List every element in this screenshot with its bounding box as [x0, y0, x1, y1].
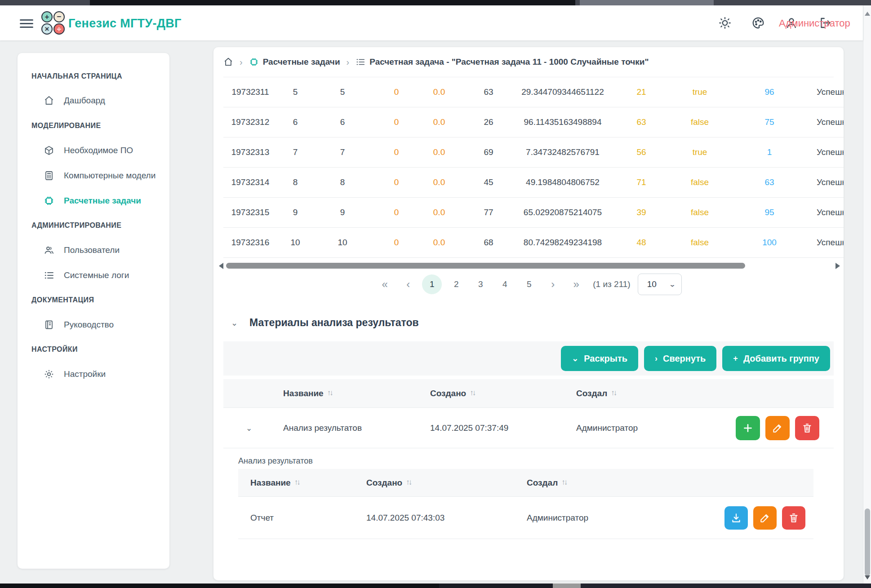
sidebar-item-logs[interactable]: Системные логи	[44, 270, 129, 281]
app-logo: + − × ÷	[41, 11, 65, 35]
sidebar-item-software[interactable]: Необходимое ПО	[44, 145, 133, 156]
table-cell: Успешно	[817, 238, 844, 248]
sidebar-item-models[interactable]: Компьютерные модели	[44, 170, 156, 181]
breadcrumb-tasks[interactable]: Расчетные задачи	[249, 57, 340, 67]
table-cell: 100	[722, 238, 817, 248]
pagination-prev-button[interactable]: ‹	[399, 274, 418, 294]
table-row[interactable]: 197323159900.07765.0292087521407539false…	[223, 198, 844, 228]
table-cell: 1	[722, 147, 817, 157]
sidebar-item-manual[interactable]: Руководство	[44, 319, 114, 330]
chevron-right-icon: ›	[347, 57, 350, 67]
column-label: Название	[250, 478, 291, 488]
collapse-all-button[interactable]: › Свернуть	[644, 346, 716, 371]
add-group-button[interactable]: + Добавить группу	[722, 346, 830, 371]
pagination-page-3[interactable]: 3	[471, 274, 490, 294]
scroll-right-arrow-icon[interactable]	[835, 263, 840, 269]
table-cell: 0.0	[421, 147, 457, 157]
table-cell: 65.02920875214075	[520, 208, 605, 217]
pagination-page-4[interactable]: 4	[495, 274, 515, 294]
pagination-next-button[interactable]: ›	[543, 274, 562, 294]
scrollbar-up-arrow-icon[interactable]	[865, 12, 870, 16]
delete-material-button[interactable]	[782, 506, 805, 530]
logo-divide-icon: ÷	[53, 23, 65, 35]
nested-group-label: Анализ результатов	[238, 456, 313, 466]
taskbar	[0, 584, 871, 588]
table-cell: 26	[457, 117, 520, 127]
pagination-last-button[interactable]: »	[567, 274, 586, 294]
pagination-first-button[interactable]: «	[375, 274, 394, 294]
horizontal-scroll-thumb[interactable]	[226, 263, 745, 269]
edit-group-button[interactable]	[765, 416, 790, 440]
download-material-button[interactable]	[724, 506, 748, 530]
sidebar-item-label: Руководство	[64, 320, 114, 330]
table-cell: 10	[313, 238, 372, 248]
table-cell: 49.1984804806752	[520, 177, 605, 187]
expand-all-label: Раскрыть	[584, 354, 627, 364]
table-cell: 19732314	[223, 177, 277, 187]
table-row[interactable]: 19732316101000.06880.7429824923419848fal…	[223, 228, 844, 258]
group-name: Анализ результатов	[283, 423, 362, 433]
group-author: Администратор	[576, 423, 638, 433]
page-size-value: 10	[647, 279, 657, 289]
sidebar-item-label: Компьютерные модели	[64, 171, 156, 181]
table-cell: Успешно	[817, 87, 844, 97]
scrollbar-thumb[interactable]	[865, 508, 870, 576]
materials-section-title: Материалы анализа результатов	[249, 317, 419, 329]
table-cell: 19732315	[223, 208, 277, 217]
sidebar-item-dashboard[interactable]: Дашбоард	[44, 95, 105, 106]
browser-vertical-scrollbar[interactable]	[863, 5, 871, 584]
breadcrumb-task-label: Расчетная задача - "Расчетная задача 11 …	[369, 57, 649, 67]
breadcrumb-home[interactable]	[223, 57, 233, 67]
theme-sun-icon[interactable]	[718, 16, 732, 30]
scroll-left-arrow-icon[interactable]	[219, 263, 223, 269]
pagination-info: (1 из 211)	[593, 279, 630, 289]
row-expand-icon[interactable]: ⌄	[246, 423, 252, 433]
add-group-label: Добавить группу	[743, 354, 819, 364]
current-user-label[interactable]: Администратор	[779, 18, 850, 29]
table-row[interactable]: 197323137700.0697.3473248257679156true1У…	[223, 137, 844, 168]
column-header-author[interactable]: Создал	[576, 389, 616, 398]
gear-icon	[44, 369, 54, 380]
menu-toggle-button[interactable]	[20, 17, 33, 29]
table-cell: 0	[372, 147, 421, 157]
breadcrumb-tasks-label: Расчетные задачи	[263, 57, 340, 67]
delete-group-button[interactable]	[795, 416, 819, 440]
table-cell: 8	[313, 177, 372, 187]
group-created: 14.07.2025 07:37:49	[430, 423, 508, 433]
table-cell: 0.0	[421, 238, 457, 248]
table-cell: 5	[313, 87, 372, 97]
taskbar-segment	[0, 584, 439, 588]
table-horizontal-scrollbar[interactable]	[219, 262, 840, 270]
scrollbar-down-arrow-icon[interactable]	[865, 575, 870, 579]
sidebar-item-tasks[interactable]: Расчетные задачи	[44, 195, 141, 206]
table-cell: 63	[605, 117, 677, 127]
table-cell: Успешно	[817, 177, 844, 187]
sidebar-item-settings[interactable]: Настройки	[44, 369, 106, 380]
package-icon	[44, 145, 54, 156]
section-collapse-icon[interactable]: ⌄	[231, 318, 238, 327]
table-row[interactable]: 197323126600.02696.1143516349889463false…	[223, 107, 844, 137]
pagination-page-1[interactable]: 1	[422, 274, 442, 294]
edit-material-button[interactable]	[753, 506, 777, 530]
column-header-created[interactable]: Создано	[366, 478, 411, 488]
add-material-button[interactable]	[736, 416, 760, 440]
table-row[interactable]: 197323148800.04549.198480480675271false6…	[223, 168, 844, 198]
pagination-page-5[interactable]: 5	[519, 274, 539, 294]
table-row[interactable]: 197323115500.06329.34470934465112221true…	[223, 77, 844, 107]
pagination-page-2[interactable]: 2	[446, 274, 466, 294]
column-label: Создал	[527, 478, 558, 488]
column-header-author[interactable]: Создал	[527, 478, 566, 488]
page-size-select[interactable]: 10 ⌄	[638, 274, 682, 295]
sidebar-item-users[interactable]: Пользователи	[44, 245, 120, 256]
column-header-name[interactable]: Название	[283, 389, 332, 398]
table-cell: Успешно	[817, 117, 844, 127]
nested-table-header: Название Создано Создал	[238, 469, 813, 497]
chevron-down-icon: ⌄	[669, 281, 676, 288]
expand-all-button[interactable]: ⌄ Раскрыть	[561, 346, 638, 371]
column-header-name[interactable]: Название	[250, 478, 299, 488]
table-cell: 0	[372, 87, 421, 97]
table-cell: 7.34732482576791	[520, 147, 605, 157]
column-header-created[interactable]: Создано	[430, 389, 475, 398]
sidebar-item-label: Дашбоард	[64, 96, 105, 106]
palette-icon[interactable]	[751, 16, 765, 30]
